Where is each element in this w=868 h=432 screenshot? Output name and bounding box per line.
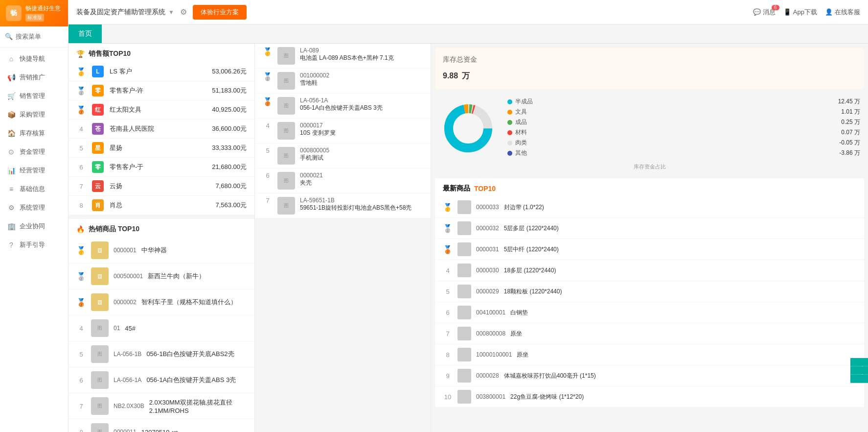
product-name: 新西兰牛肉（新牛） <box>148 272 247 281</box>
rank-item: 5 星 星扬 33,333.00元 <box>69 139 254 158</box>
float-service: 客服热线 服务社区 直播 <box>850 358 868 383</box>
rank-item: 7 云 云扬 7,680.00元 <box>69 177 254 196</box>
app-download-button[interactable]: 📱 App下载 <box>783 8 817 17</box>
hot-product-item: 7 图 NB2.0X30B 2.0X30MM双搓花轴,搓花直径2.1MM/ROH… <box>69 393 254 419</box>
sidebar-item-quick-nav[interactable]: ⌂ 快捷导航 <box>0 49 68 68</box>
latest-code: 0000032 <box>476 225 499 232</box>
product-name-mid: 手机测试 <box>300 154 423 162</box>
main-content: 首页 🏆 销售额TOP10 🥇 L LS 客户 53,006.26元 🥈 零 零… <box>69 24 868 432</box>
sidebar-item-guide[interactable]: ? 新手引导 <box>0 236 68 254</box>
product-code: LA-056-1A <box>114 377 141 384</box>
latest-product-image <box>457 221 471 235</box>
latest-item: 8 10000100001 原坐 <box>435 344 864 365</box>
sidebar-item-operation[interactable]: 📊 经营管理 <box>0 161 68 180</box>
left-panel: 🏆 销售额TOP10 🥇 L LS 客户 53,006.26元 🥈 零 零售客户… <box>69 44 254 432</box>
sidebar-item-enterprise[interactable]: 🏢 企业协同 <box>0 217 68 236</box>
product-code: 0000011 <box>114 429 137 432</box>
trial-button[interactable]: 体验行业方案 <box>193 5 247 20</box>
product-code-mid: LA-089 <box>300 47 423 54</box>
product-name-mid: 056-1A白色按键开关盖ABS 3壳 <box>300 104 423 112</box>
message-button[interactable]: 💬 消息 6 <box>753 8 776 17</box>
live-button[interactable]: 直播 <box>850 375 868 383</box>
inventory-title: 库存总资金 <box>443 55 856 64</box>
rank-item: 🥈 零 零售客户-许 51,183.00元 <box>69 81 254 100</box>
hot-product-item: 🥇 🖼 0000001 中华神器 <box>69 238 254 264</box>
latest-code: 000800008 <box>476 330 505 337</box>
hot-icon: 🔥 <box>76 225 85 233</box>
product-code: 0000001 <box>114 247 137 254</box>
latest-name: 5层多层 (1220*2440) <box>504 224 856 233</box>
sidebar-item-sales[interactable]: 🛒 销售管理 <box>0 87 68 105</box>
inventory-icon: 🏠 <box>7 129 16 138</box>
legend-item: 文具 1.01 万 <box>507 108 860 116</box>
community-button[interactable]: 服务社区 <box>850 366 868 375</box>
legend-label: 文具 <box>515 108 838 116</box>
inventory-value: 9.88 万 <box>443 66 856 82</box>
header: 装备及固定资产辅助管理系统 ▼ ⚙ 体验行业方案 💬 消息 6 📱 App下载 … <box>69 0 868 24</box>
right-panel: 库存总资金 9.88 万 <box>431 44 868 432</box>
scroll-item: 4 图 0000017 10S 变刹罗叟 <box>255 119 431 144</box>
sidebar-item-base[interactable]: ≡ 基础信息 <box>0 180 68 198</box>
hotline-button[interactable]: 客服热线 <box>850 358 868 366</box>
latest-name: 18多层 (1220*2440) <box>504 266 856 275</box>
search-menu-button[interactable]: 🔍 搜索菜单 <box>5 30 63 43</box>
rank-item: 6 零 零售客户-于 21,680.00元 <box>69 158 254 177</box>
product-image-mid: 图 <box>277 97 295 115</box>
latest-products-list: 🥇 0000033 封边带 (1.0*22) 🥈 0000032 5层多层 (1… <box>435 197 864 408</box>
content-body: 🏆 销售额TOP10 🥇 L LS 客户 53,006.26元 🥈 零 零售客户… <box>69 44 868 432</box>
service-icon: 👤 <box>825 8 833 16</box>
product-image: 🖼 <box>91 241 109 259</box>
sidebar-item-purchase[interactable]: 📦 采购管理 <box>0 105 68 124</box>
sidebar-item-marketing[interactable]: 📢 营销推广 <box>0 68 68 87</box>
sidebar-item-finance[interactable]: ⊙ 资金管理 <box>0 143 68 161</box>
product-code: NB2.0X30B <box>114 403 144 409</box>
legend-value: 0.07 万 <box>841 128 860 137</box>
product-info: 0000021 夹壳 <box>300 172 423 187</box>
logo-icon: 畅 <box>6 5 22 21</box>
online-service-button[interactable]: 👤 在线客服 <box>825 8 860 17</box>
product-code-mid: 000800005 <box>300 147 423 154</box>
product-image-mid: 图 <box>277 197 295 215</box>
legend-dot <box>507 120 512 125</box>
donut-svg <box>439 99 498 158</box>
latest-product-image <box>457 285 471 298</box>
legend-value: 12.45 万 <box>838 97 860 106</box>
tab-home[interactable]: 首页 <box>69 24 102 43</box>
settings-icon[interactable]: ⚙ <box>180 7 187 17</box>
hot-product-item: 5 图 LA-056-1B 056-1B白色按键开关底ABS2壳 <box>69 341 254 367</box>
legend-value: -3.86 万 <box>839 149 860 157</box>
home-icon: ⌂ <box>7 54 16 63</box>
content-wrapper: 首页 🏆 销售额TOP10 🥇 L LS 客户 53,006.26元 🥈 零 零… <box>69 24 868 432</box>
latest-product-image <box>457 242 471 256</box>
mid-panel: 🥇 图 LA-089 电池盖 LA-089 ABS本色+黑种 7.1克 🥈 图 … <box>254 44 431 432</box>
legend-dot <box>507 110 512 115</box>
product-info: 000800005 手机测试 <box>300 147 423 162</box>
legend-dot <box>507 99 512 104</box>
legend-dot <box>507 130 512 135</box>
latest-product-image <box>457 264 471 277</box>
hot-product-item: 6 图 LA-056-1A 056-1A白色按键开关盖ABS 3壳 <box>69 367 254 393</box>
rank-item: 8 肖 肖总 7,563.00元 <box>69 196 254 215</box>
legend-dot <box>507 151 512 156</box>
product-image: 图 <box>91 319 109 337</box>
latest-name: 原坐 <box>517 351 856 359</box>
sidebar-item-system[interactable]: ⚙ 系统管理 <box>0 198 68 217</box>
trophy-icon: 🏆 <box>76 50 85 58</box>
latest-item: 🥉 0000031 5层中纤 (1220*2440) <box>435 239 864 260</box>
latest-code: 003800001 <box>476 393 505 400</box>
latest-name: 5层中纤 (1220*2440) <box>504 245 856 254</box>
guide-icon: ? <box>7 240 16 249</box>
search-menu-area[interactable]: 🔍 搜索菜单 <box>0 26 68 48</box>
latest-product-image <box>457 306 471 319</box>
latest-code: 004100001 <box>476 309 505 316</box>
product-code-mid: 001000002 <box>300 72 423 79</box>
sidebar-item-inventory[interactable]: 🏠 库存核算 <box>0 124 68 143</box>
product-image: 图 <box>91 345 109 363</box>
hot-product-item: 🥈 🖼 000500001 新西兰牛肉（新牛） <box>69 264 254 289</box>
product-image: 🖼 <box>91 293 109 311</box>
dropdown-icon[interactable]: ▼ <box>168 9 174 16</box>
sales-rank-list: 🥇 L LS 客户 53,006.26元 🥈 零 零售客户-许 51,183.0… <box>69 62 254 215</box>
legend-label: 其他 <box>515 149 836 157</box>
hot-products-section: 🔥 热销商品 TOP10 🥇 🖼 0000001 中华神器 🥈 🖼 000500… <box>69 219 254 432</box>
scroll-item: 6 图 0000021 夹壳 <box>255 168 431 193</box>
